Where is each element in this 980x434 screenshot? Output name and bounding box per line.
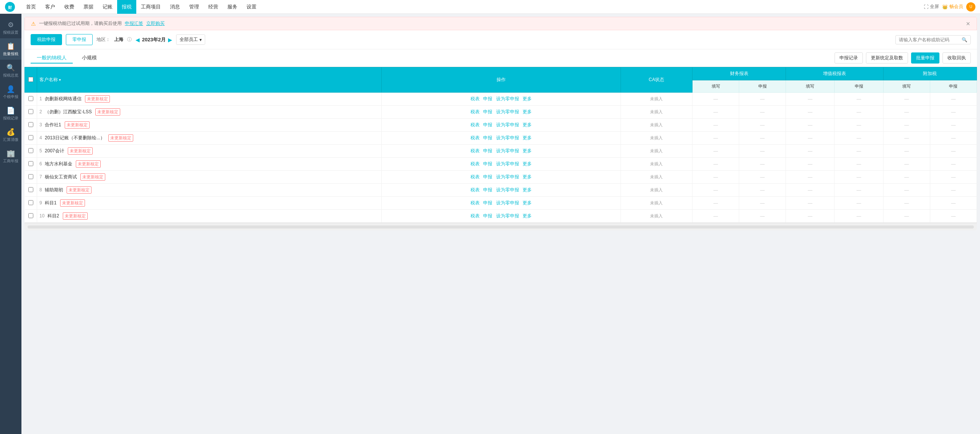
nav-item-accounting[interactable]: 记账 [98, 0, 117, 14]
op-btn-6-2[interactable]: 设为零申报 [496, 174, 519, 179]
op-btn-7-1[interactable]: 申报 [483, 187, 492, 193]
tab-general-taxpayer[interactable]: 一般的纳税人 [31, 53, 73, 64]
tax-declaration-tab[interactable]: 税款申报 [31, 34, 62, 45]
op-btn-1-3[interactable]: 更多 [523, 109, 532, 114]
client-name-text-2: 合作社1 [45, 122, 61, 127]
op-btn-7-2[interactable]: 设为零申报 [496, 187, 519, 193]
nav-item-client[interactable]: 客户 [41, 0, 60, 14]
scroll-track[interactable] [28, 225, 974, 228]
row-checkbox-7[interactable] [28, 187, 33, 192]
close-banner-button[interactable]: ✕ [966, 21, 970, 27]
update-fetch-button[interactable]: 更新统定及取数 [866, 52, 908, 64]
sidebar-item-personal-tax[interactable]: 👤 个税申报 [0, 81, 21, 103]
op-btn-9-2[interactable]: 设为零申报 [496, 213, 519, 219]
sidebar-item-annual-report[interactable]: 🏢 工商年报 [0, 145, 21, 167]
row-checkbox-6[interactable] [28, 174, 33, 179]
op-btn-5-1[interactable]: 申报 [483, 161, 492, 166]
vat-report-header: 增值税报表 [786, 67, 884, 80]
op-btn-6-3[interactable]: 更多 [523, 174, 532, 179]
op-btn-9-1[interactable]: 申报 [483, 213, 492, 219]
op-btn-1-1[interactable]: 申报 [483, 109, 492, 114]
collect-receipt-button[interactable]: 收取回执 [942, 52, 971, 64]
declaration-records-button[interactable]: 申报记录 [835, 52, 863, 64]
op-btn-0-0[interactable]: 税表 [470, 96, 480, 101]
op-btn-1-0[interactable]: 税表 [470, 109, 480, 114]
op-btn-2-2[interactable]: 设为零申报 [496, 122, 519, 127]
buy-link[interactable]: 立即购买 [146, 20, 165, 27]
nav-item-home[interactable]: 首页 [21, 0, 41, 14]
tab-small-scale[interactable]: 小规模 [76, 53, 103, 64]
row-checkbox-2[interactable] [28, 122, 33, 127]
nav-item-service[interactable]: 服务 [223, 0, 242, 14]
op-btn-0-2[interactable]: 设为零申报 [496, 96, 519, 101]
op-btn-3-0[interactable]: 税表 [470, 135, 480, 140]
op-btn-8-1[interactable]: 申报 [483, 200, 492, 206]
next-date-button[interactable]: ▶ [168, 37, 172, 43]
add-fill-cell-1: — [883, 106, 930, 119]
op-btn-6-0[interactable]: 税表 [470, 174, 480, 179]
fullscreen-button[interactable]: ⛶ 全屏 [924, 3, 939, 10]
prev-date-button[interactable]: ◀ [136, 37, 140, 43]
nav-item-settings[interactable]: 设置 [242, 0, 261, 14]
op-btn-9-0[interactable]: 税表 [470, 213, 480, 219]
op-btn-0-1[interactable]: 申报 [483, 96, 492, 101]
avatar[interactable]: U [966, 2, 975, 11]
op-btn-3-3[interactable]: 更多 [523, 135, 532, 140]
report-link[interactable]: 申报汇签 [125, 20, 143, 27]
ca-status-cell-3: 未插入 [621, 132, 692, 145]
sidebar-item-tax-overview[interactable]: 🔍 报税总览 [0, 60, 21, 81]
nav-item-message[interactable]: 消息 [165, 0, 185, 14]
nav-item-invoice[interactable]: 票据 [79, 0, 98, 14]
nav-item-billing[interactable]: 收费 [60, 0, 79, 14]
op-btn-7-0[interactable]: 税表 [470, 187, 480, 193]
vip-button[interactable]: 👑 畅会员 [942, 3, 963, 10]
op-btn-4-0[interactable]: 税表 [470, 148, 480, 153]
op-btn-2-1[interactable]: 申报 [483, 122, 492, 127]
sidebar-item-tax-records[interactable]: 📄 报税记录 [0, 103, 21, 124]
row-checkbox-1[interactable] [28, 109, 33, 114]
row-checkbox-5[interactable] [28, 161, 33, 166]
op-btn-8-2[interactable]: 设为零申报 [496, 200, 519, 206]
staff-select[interactable]: 全部员工 ▾ [176, 34, 205, 45]
search-input[interactable] [899, 37, 960, 42]
op-btn-2-0[interactable]: 税表 [470, 122, 480, 127]
zero-declaration-tab[interactable]: 零申报 [66, 34, 93, 45]
nav-item-operation[interactable]: 经营 [204, 0, 223, 14]
table-row: 1 勿删新税网络通信 未更新核定 税表 申报 设为零申报 更多 未插入 — — … [25, 93, 977, 106]
sidebar-item-settlement[interactable]: 💰 汇算清缴 [0, 124, 21, 145]
op-btn-0-3[interactable]: 更多 [523, 96, 532, 101]
bottom-scrollbar[interactable] [24, 223, 977, 230]
row-checkbox-4[interactable] [28, 148, 33, 153]
op-btn-4-2[interactable]: 设为零申报 [496, 148, 519, 153]
search-icon[interactable]: 🔍 [962, 37, 967, 42]
op-btn-3-1[interactable]: 申报 [483, 135, 492, 140]
op-btn-4-3[interactable]: 更多 [523, 148, 532, 153]
row-checkbox-9[interactable] [28, 213, 33, 218]
op-btn-8-3[interactable]: 更多 [523, 200, 532, 206]
op-btn-7-3[interactable]: 更多 [523, 187, 532, 193]
row-checkbox-0[interactable] [28, 96, 33, 101]
op-btn-2-3[interactable]: 更多 [523, 122, 532, 127]
nav-item-manage[interactable]: 管理 [185, 0, 204, 14]
row-number-3: 4 [39, 135, 42, 140]
row-checkbox-3[interactable] [28, 135, 33, 140]
op-btn-1-2[interactable]: 设为零申报 [496, 109, 519, 114]
sidebar-item-batch-tax[interactable]: 📋 批量报税 [0, 38, 21, 60]
select-all-checkbox[interactable] [28, 77, 33, 82]
op-btn-6-1[interactable]: 申报 [483, 174, 492, 179]
op-btn-5-3[interactable]: 更多 [523, 161, 532, 166]
op-btn-5-0[interactable]: 税表 [470, 161, 480, 166]
batch-declaration-button[interactable]: 批量申报 [911, 52, 939, 64]
logo-icon[interactable]: 财 [5, 2, 15, 12]
nav-item-tax[interactable]: 报税 [117, 0, 136, 14]
row-checkbox-8[interactable] [28, 200, 33, 205]
op-btn-5-2[interactable]: 设为零申报 [496, 161, 519, 166]
nav-item-industry[interactable]: 工商项目 [136, 0, 165, 14]
op-btn-8-0[interactable]: 税表 [470, 200, 480, 206]
sidebar-item-tax-settings[interactable]: ⚙ 报税设置 [0, 17, 21, 38]
op-btn-9-3[interactable]: 更多 [523, 213, 532, 219]
vat-fill-cell-0: — [786, 93, 835, 106]
op-btn-3-2[interactable]: 设为零申报 [496, 135, 519, 140]
info-icon[interactable]: ⓘ [127, 36, 132, 43]
op-btn-4-1[interactable]: 申报 [483, 148, 492, 153]
